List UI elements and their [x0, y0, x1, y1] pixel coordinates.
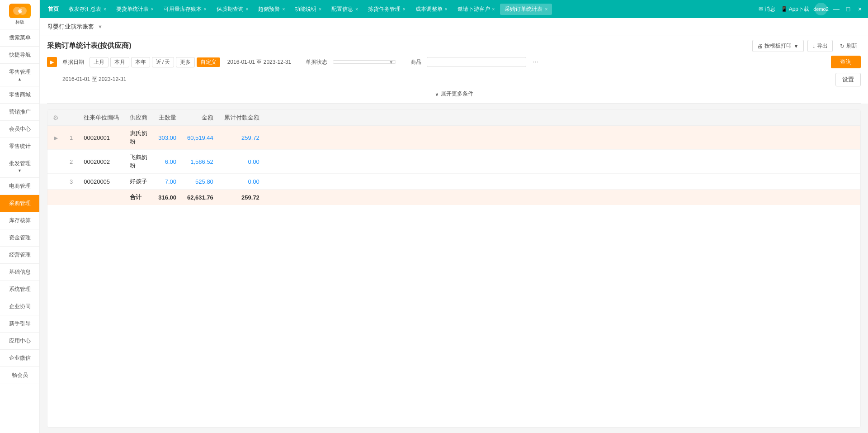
filter-status-select[interactable] — [333, 60, 396, 64]
close-icon[interactable]: × — [445, 7, 448, 12]
date-btn-7days[interactable]: 近7天 — [152, 57, 174, 67]
row-gear: ▶ — [47, 126, 64, 150]
export-icon: ↓ — [812, 43, 815, 49]
sidebar-item-label: 营销推广 — [9, 108, 31, 116]
close-icon[interactable]: × — [204, 7, 207, 12]
sidebar-item-label: 企业协同 — [9, 303, 31, 310]
close-icon[interactable]: × — [403, 7, 406, 12]
col-amount: 金额 — [182, 110, 219, 126]
row-supplier: 惠氏奶粉 — [124, 126, 153, 150]
close-icon[interactable]: × — [319, 7, 321, 12]
data-table-wrapper: ⚙ 往来单位编码 供应商 主数量 金额 累计付款金额 — [47, 109, 861, 428]
export-button[interactable]: ↓ 导出 — [807, 40, 833, 52]
sidebar-item-label: 畅会员 — [12, 371, 28, 379]
more-options-icon[interactable]: ··· — [533, 58, 538, 66]
sidebar-item-inventory-check[interactable]: 库存核算 — [0, 212, 39, 229]
close-icon[interactable]: × — [492, 7, 495, 12]
window-close[interactable]: × — [855, 5, 864, 14]
nav-user-avatar[interactable]: demo2 — [815, 3, 827, 15]
sidebar-shortcut[interactable]: 快捷导航 — [0, 47, 39, 64]
nav-message[interactable]: ✉ 消息 — [759, 5, 775, 13]
sidebar-item-member-center[interactable]: 会员中心 — [0, 121, 39, 138]
sidebar-item-member[interactable]: 畅会员 — [0, 367, 39, 384]
filter-goods-label: 商品 — [410, 58, 421, 66]
close-icon[interactable]: × — [355, 7, 358, 12]
filter-date-label: 单据日期 — [62, 58, 84, 66]
col-paid: 累计付款金额 — [219, 110, 265, 126]
content-area: ⚙ 往来单位编码 供应商 主数量 金额 累计付款金额 — [40, 104, 868, 433]
date-btn-last-month[interactable]: 上月 — [90, 57, 108, 67]
chevron-down-icon: ▼ — [793, 43, 799, 49]
row-paid: 0.00 — [219, 174, 265, 190]
sidebar-item-enterprise-collab[interactable]: 企业协同 — [0, 298, 39, 315]
print-icon: 🖨 — [757, 43, 763, 49]
sidebar-item-new-guide[interactable]: 新手引导 — [0, 315, 39, 333]
gear-icon[interactable]: ⚙ — [53, 114, 59, 121]
row-quantity: 7.00 — [153, 174, 182, 190]
nav-app-download[interactable]: 📱 App下载 — [781, 5, 809, 13]
close-icon[interactable]: × — [282, 7, 285, 12]
nav-tab-receive-summary[interactable]: 收发存汇总表 × — [64, 4, 111, 15]
print-button[interactable]: 🖨 按模板打印 ▼ — [752, 40, 804, 52]
nav-tab-cost-adjust[interactable]: 成本调整单 × — [411, 4, 452, 15]
footer-label: 合计 — [124, 190, 153, 205]
window-minimize[interactable]: — — [832, 5, 841, 14]
sidebar-item-basic-info[interactable]: 基础信息 — [0, 264, 39, 281]
expand-more-btn[interactable]: ∨ 展开更多条件 — [435, 90, 473, 98]
nav-tab-overstock-warning[interactable]: 超储预警 × — [254, 4, 289, 15]
row-supplier: 飞鹤奶粉 — [124, 150, 153, 174]
sidebar-logo[interactable]: 畅 标版 — [0, 0, 39, 29]
sidebar-item-operation-manage[interactable]: 经营管理 — [0, 247, 39, 264]
sidebar-item-purchase-manage[interactable]: 采购管理 — [0, 195, 39, 212]
close-icon[interactable]: × — [151, 7, 154, 12]
row-expand-icon[interactable]: ▶ — [54, 135, 58, 141]
col-num — [64, 110, 78, 126]
sidebar-item-app-center[interactable]: 应用中心 — [0, 333, 39, 350]
nav-tab-expiry-query[interactable]: 保质期查询 × — [212, 4, 253, 15]
nav-home[interactable]: 首页 — [43, 4, 63, 15]
date-custom-badge[interactable]: 自定义 — [197, 57, 220, 67]
page: 采购订单统计表(按供应商) 🖨 按模板打印 ▼ ↓ 导出 ↻ 刷新 — [40, 35, 868, 433]
sidebar-item-system-manage[interactable]: 系统管理 — [0, 281, 39, 298]
row-num: 2 — [64, 150, 78, 174]
sidebar-item-enterprise-wechat[interactable]: 企业微信 — [0, 350, 39, 367]
row-paid: 259.72 — [219, 126, 265, 150]
date-range-display: 2016-01-01 至 2023-12-31 — [227, 58, 291, 66]
date-quick-btns: 上月 本月 本年 近7天 更多 自定义 — [90, 57, 220, 67]
sidebar-item-retail-stats[interactable]: 零售统计 — [0, 138, 39, 155]
settings-button[interactable]: 设置 — [835, 73, 861, 86]
sidebar-item-wholesale-manage[interactable]: 批发管理 ▼ — [0, 155, 39, 178]
col-quantity: 主数量 — [153, 110, 182, 126]
sidebar-item-label: 会员中心 — [9, 125, 31, 133]
close-icon[interactable]: × — [246, 7, 249, 12]
sidebar-search[interactable]: 搜索菜单 — [0, 29, 39, 47]
sidebar-item-ecommerce-manage[interactable]: 电商管理 — [0, 178, 39, 195]
filter-collapse-btn[interactable]: ▶ — [47, 57, 57, 67]
close-icon[interactable]: × — [545, 7, 547, 12]
sidebar-item-fund-manage[interactable]: 资金管理 — [0, 229, 39, 247]
refresh-button[interactable]: ↻ 刷新 — [836, 40, 861, 52]
nav-tab-function-desc[interactable]: 功能说明 × — [290, 4, 326, 15]
window-maximize[interactable]: □ — [844, 5, 853, 14]
row-paid: 0.00 — [219, 150, 265, 174]
date-btn-this-year[interactable]: 本年 — [131, 57, 150, 67]
nav-tab-available-inventory[interactable]: 可用量库存账本 × — [159, 4, 211, 15]
industry-selector[interactable]: 母婴行业演示账套 ▼ — [47, 23, 103, 31]
sidebar-item-retail-manage[interactable]: 零售管理 ▲ — [0, 64, 39, 86]
nav-tab-pick-task[interactable]: 拣货任务管理 × — [363, 4, 410, 15]
table-row: ▶ 1 00020001 惠氏奶粉 303.00 60,519.44 259.7… — [47, 126, 860, 150]
nav-tab-purchase-order-stats[interactable]: 采购订单统计表 × — [500, 4, 552, 15]
nav-tab-config-info[interactable]: 配置信息 × — [327, 4, 363, 15]
date-btn-more[interactable]: 更多 — [176, 57, 195, 67]
sidebar-item-label: 零售商城 — [9, 91, 31, 99]
filter-goods-input[interactable] — [427, 57, 526, 67]
sidebar-item-marketing[interactable]: 营销推广 — [0, 104, 39, 121]
query-button[interactable]: 查询 — [831, 56, 861, 68]
chevron-right-icon: ▶ — [50, 59, 54, 65]
col-unit-code: 往来单位编码 — [78, 110, 124, 126]
nav-tab-order-stats[interactable]: 要货单统计表 × — [112, 4, 158, 15]
date-btn-this-month[interactable]: 本月 — [110, 57, 129, 67]
close-icon[interactable]: × — [104, 7, 106, 12]
sidebar-item-retail-shop[interactable]: 零售商城 — [0, 86, 39, 104]
nav-tab-invite-downstream[interactable]: 邀请下游客户 × — [453, 4, 500, 15]
